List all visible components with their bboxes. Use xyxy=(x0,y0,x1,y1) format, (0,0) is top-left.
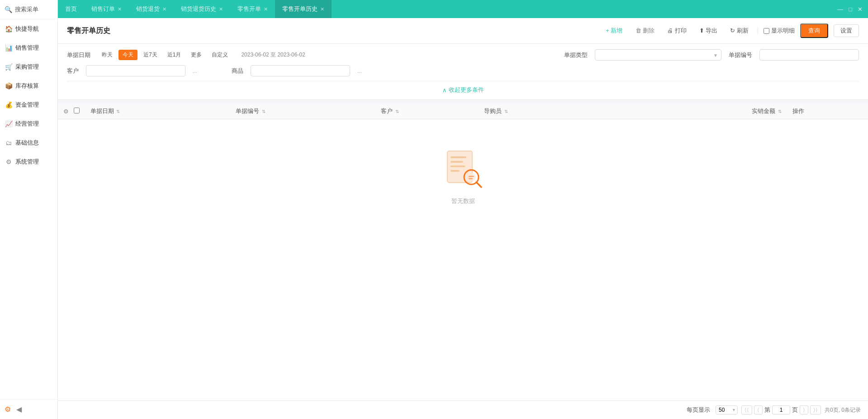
gear-settings-icon[interactable]: ⚙ xyxy=(63,108,69,115)
export-button[interactable]: ⬆ 导出 xyxy=(696,25,721,37)
tab-retail-open[interactable]: 零售开单✕ xyxy=(230,0,275,18)
tab-close-sales-order[interactable]: ✕ xyxy=(118,6,122,12)
table-header-row: ⚙ 单据日期 ⇅ 单据编号 ⇅ 客户 xyxy=(58,104,868,119)
customer-ellipsis[interactable]: ... xyxy=(193,68,197,74)
setting-button[interactable]: 设置 xyxy=(834,24,859,37)
tab-sales-order[interactable]: 销售订单✕ xyxy=(84,0,129,18)
filter-row-1: 单据日期 昨天今天近7天近1月更多自定义 2023-06-02 至 2023-0… xyxy=(67,49,859,61)
select-all-checkbox[interactable] xyxy=(74,108,80,113)
display-detail-checkbox[interactable]: 显示明细 xyxy=(764,27,795,35)
page-input[interactable] xyxy=(772,405,790,414)
page-title: 零售开单历史 xyxy=(67,26,110,36)
sort-salesperson-icon[interactable]: ⇅ xyxy=(504,109,508,114)
page-next-btn[interactable]: ⟩ xyxy=(800,405,808,414)
sidebar-search[interactable]: 🔍 搜索采单 xyxy=(0,0,57,19)
svg-rect-3 xyxy=(451,165,465,167)
empty-text: 暂无数据 xyxy=(451,197,475,205)
tab-label-retail-open-history: 零售开单历史 xyxy=(282,5,318,13)
search-icon: 🔍 xyxy=(5,6,12,13)
th-amount: 实销金额 ⇅ xyxy=(642,104,787,119)
goods-ellipsis[interactable]: ... xyxy=(357,68,362,74)
window-max-btn[interactable]: □ xyxy=(849,6,852,13)
sort-no-icon[interactable]: ⇅ xyxy=(262,109,266,114)
date-shortcut-近1月[interactable]: 近1月 xyxy=(163,50,185,60)
svg-point-6 xyxy=(467,173,476,182)
sidebar-item-base-info[interactable]: 🗂基础信息 xyxy=(0,133,57,152)
display-detail-input[interactable] xyxy=(764,28,769,34)
doc-no-label: 单据编号 xyxy=(729,51,752,59)
sys-mgmt-icon: ⚙ xyxy=(5,158,13,165)
main-area: 首页销售订单✕销货退货✕销货退货历史✕零售开单✕零售开单历史✕ — □ ✕ 零售… xyxy=(58,0,868,419)
sort-date-icon[interactable]: ⇅ xyxy=(116,109,120,114)
sidebar-item-sales-mgmt[interactable]: 📊销售管理 xyxy=(0,38,57,57)
sidebar-item-sys-mgmt[interactable]: ⚙系统管理 xyxy=(0,152,57,171)
inventory-icon: 📦 xyxy=(5,82,13,89)
page-first-btn[interactable]: ⟨⟨ xyxy=(741,405,752,414)
window-controls: — □ ✕ xyxy=(837,0,868,18)
sidebar-item-label: 资金管理 xyxy=(15,101,39,109)
pagination: 每页显示 102050100 ▼ ⟨⟨ ⟨ 第 页 ⟩ ⟩⟩ 共0页, 0条记录 xyxy=(58,400,868,419)
tab-sales-return-history[interactable]: 销货退货历史✕ xyxy=(174,0,230,18)
tab-sales-return[interactable]: 销货退货✕ xyxy=(129,0,174,18)
th-checkbox: ⚙ xyxy=(58,104,85,119)
svg-line-7 xyxy=(476,182,481,187)
date-shortcut-近7天[interactable]: 近7天 xyxy=(139,50,161,60)
doc-no-input[interactable] xyxy=(759,49,859,61)
print-button[interactable]: 🖨 打印 xyxy=(664,25,690,37)
sidebar-item-purchase-mgmt[interactable]: 🛒采购管理 xyxy=(0,57,57,76)
delete-button[interactable]: 🗑 删除 xyxy=(632,25,659,37)
tab-close-retail-open[interactable]: ✕ xyxy=(264,6,268,12)
window-close-btn[interactable]: ✕ xyxy=(858,6,863,13)
customer-input[interactable] xyxy=(86,65,185,76)
tab-close-sales-return-history[interactable]: ✕ xyxy=(219,6,223,12)
sidebar-item-quick-nav[interactable]: 🏠快捷导航 xyxy=(0,19,57,38)
window-min-btn[interactable]: — xyxy=(837,6,843,13)
sidebar-item-operations[interactable]: 📈经营管理 xyxy=(0,114,57,133)
date-shortcut-昨天[interactable]: 昨天 xyxy=(98,50,117,60)
sort-amount-icon[interactable]: ⇅ xyxy=(778,109,782,114)
sales-mgmt-icon: 📊 xyxy=(5,44,13,52)
table-area: ⚙ 单据日期 ⇅ 单据编号 ⇅ 客户 xyxy=(58,104,868,400)
per-page-select[interactable]: 102050100 xyxy=(716,405,738,414)
filter-area: 单据日期 昨天今天近7天近1月更多自定义 2023-06-02 至 2023-0… xyxy=(58,44,868,100)
sidebar-item-inventory[interactable]: 📦库存核算 xyxy=(0,76,57,95)
tab-close-retail-open-history[interactable]: ✕ xyxy=(320,6,324,12)
tab-label-home: 首页 xyxy=(65,5,77,13)
tab-retail-open-history[interactable]: 零售开单历史✕ xyxy=(275,0,332,18)
page-last-btn[interactable]: ⟩⟩ xyxy=(810,405,821,414)
th-ops: 操作 xyxy=(787,104,868,119)
goods-input[interactable] xyxy=(251,65,350,76)
sort-customer-icon[interactable]: ⇅ xyxy=(395,109,399,114)
sidebar-item-label: 基础信息 xyxy=(15,139,39,147)
date-shortcut-今天[interactable]: 今天 xyxy=(119,50,138,60)
th-no: 单据编号 ⇅ xyxy=(230,104,375,119)
th-salesperson: 导购员 ⇅ xyxy=(479,104,603,119)
refresh-button[interactable]: ↻ 刷新 xyxy=(726,25,752,37)
sidebar-collapse-btn[interactable]: ◀ xyxy=(16,405,22,414)
sidebar-item-label: 库存核算 xyxy=(15,82,39,90)
data-table: ⚙ 单据日期 ⇅ 单据编号 ⇅ 客户 xyxy=(58,104,868,119)
collapse-filter-btn[interactable]: ∧ 收起更多条件 xyxy=(67,84,859,96)
per-page-wrap: 102050100 ▼ xyxy=(716,405,738,414)
tab-home[interactable]: 首页 xyxy=(58,0,84,18)
empty-icon xyxy=(441,146,486,192)
svg-rect-4 xyxy=(451,170,460,172)
query-button[interactable]: 查询 xyxy=(800,24,828,38)
base-info-icon: 🗂 xyxy=(5,139,13,146)
doc-type-select[interactable] xyxy=(595,49,721,61)
sidebar-item-finance[interactable]: 💰资金管理 xyxy=(0,95,57,114)
page-label: 第 xyxy=(764,406,770,414)
date-label: 单据日期 xyxy=(67,51,90,59)
th-empty xyxy=(603,104,642,119)
total-info: 共0页, 0条记录 xyxy=(825,406,861,414)
settings-icon[interactable]: ⚙ xyxy=(5,405,11,414)
tab-close-sales-return[interactable]: ✕ xyxy=(162,6,166,12)
add-button[interactable]: + 新增 xyxy=(602,25,626,37)
tab-label-sales-return: 销货退货 xyxy=(136,5,160,13)
date-shortcut-自定义[interactable]: 自定义 xyxy=(208,50,232,60)
page-prev-btn[interactable]: ⟨ xyxy=(754,405,763,414)
sidebar-item-label: 销售管理 xyxy=(15,44,39,52)
date-shortcut-更多[interactable]: 更多 xyxy=(187,50,206,60)
customer-label: 客户 xyxy=(67,67,79,75)
sidebar-item-label: 采购管理 xyxy=(15,63,39,71)
